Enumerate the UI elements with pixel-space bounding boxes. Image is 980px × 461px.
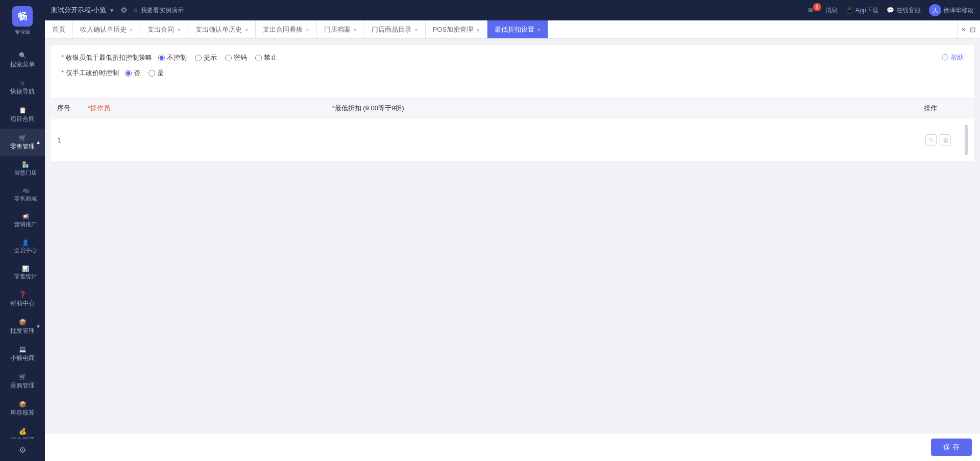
delete-icon[interactable]: 🗑 (940, 134, 951, 145)
tab-payment-contract-label: 支出合同 (148, 25, 174, 34)
sidebar-item-retail-mgmt[interactable]: 🛒 零售管理 ▲ (0, 129, 45, 156)
project-dropdown-icon: ▼ (109, 8, 114, 13)
col-discount-header: *最低折扣 (9.00等于9折) (326, 99, 918, 118)
tab-min-discount-label: 最低折扣设置 (495, 25, 534, 34)
sidebar: 畅 专业版 🔍 搜索菜单 ☆ 快捷导航 📋 项目合同 🛒 零售管理 ▲ 🏪 智慧… (0, 0, 45, 461)
demo-text: 我要看实例演示 (141, 6, 184, 15)
radio-manual-yes-input[interactable] (149, 70, 155, 77)
sidebar-item-search[interactable]: 🔍 搜索菜单 (0, 46, 45, 74)
sidebar-item-finance[interactable]: 💰 资金管理 (0, 422, 45, 439)
stats-icon: 📊 (22, 265, 29, 273)
app-download-label: App下载 (855, 6, 878, 15)
form-section: 收银员低于最低折扣控制策略 不控制 提示 密码 (51, 45, 974, 92)
retail-icon: 🛒 (19, 134, 27, 142)
sidebar-item-label: 营销推广 (14, 221, 37, 228)
tab-payment-history[interactable]: 支出确认单历史 × (188, 20, 256, 38)
demo-icon: ○ (133, 6, 137, 14)
help-link[interactable]: ⓘ 帮助 (942, 53, 964, 62)
tab-store-product-close[interactable]: × (414, 27, 418, 33)
radio-manual-yes-label: 是 (157, 68, 164, 78)
radio-password-input[interactable] (225, 55, 232, 61)
message-button[interactable]: ✉ 9 消息 (808, 6, 838, 15)
project-selector[interactable]: 测试分开示程-小览 ▼ (51, 6, 114, 15)
tab-payment-history-label: 支出确认单历史 (195, 25, 242, 34)
tab-income-history-label: 收入确认单历史 (80, 25, 127, 34)
radio-forbid-input[interactable] (255, 55, 262, 61)
sidebar-item-quick-nav[interactable]: ☆ 快捷导航 (0, 74, 45, 102)
user-name: 徐泽华修改 (943, 6, 974, 15)
sidebar-item-online-shop[interactable]: 🛍 零售商城 (0, 182, 45, 208)
sidebar-item-label: 采购管理 (10, 381, 35, 390)
radio-no-control[interactable]: 不控制 (158, 53, 187, 62)
edit-icon[interactable]: ✎ (925, 134, 937, 145)
radio-no-control-input[interactable] (158, 55, 165, 61)
tab-min-discount[interactable]: 最低折扣设置 × (487, 20, 548, 38)
cell-operator (82, 118, 326, 162)
help-label: 帮助 (950, 53, 964, 62)
tab-store-file[interactable]: 门店档案 × (317, 20, 364, 38)
sidebar-item-member-center[interactable]: 👤 会员中心 (0, 234, 45, 260)
radio-manual-no[interactable]: 否 (125, 68, 140, 78)
customer-service-button[interactable]: 💬 在线客服 (887, 6, 921, 15)
table-scrollbar[interactable] (965, 125, 968, 155)
radio-remind-input[interactable] (195, 55, 202, 61)
sidebar-item-retail-stats[interactable]: 📊 零售统计 (0, 260, 45, 286)
tab-pos-password-close[interactable]: × (476, 27, 479, 33)
tab-payment-contract-close[interactable]: × (177, 27, 180, 33)
radio-forbid[interactable]: 禁止 (255, 53, 277, 62)
cashier-policy-radio-group: 不控制 提示 密码 禁止 (158, 53, 277, 62)
tab-income-history-close[interactable]: × (130, 27, 133, 33)
sidebar-item-ecommerce[interactable]: 💻 小畅电商 (0, 340, 45, 368)
app-download-button[interactable]: 📱 App下载 (846, 6, 878, 15)
tab-payment-board[interactable]: 支出合同看板 × (256, 20, 316, 38)
sidebar-item-label: 项目合同 (10, 115, 35, 124)
maximize-tab-icon[interactable]: ⊡ (970, 26, 976, 34)
settings-icon[interactable]: ⚙ (19, 445, 26, 455)
sidebar-item-inventory[interactable]: 📦 库存核算 (0, 395, 45, 423)
footer: 保 存 (45, 433, 980, 461)
save-button[interactable]: 保 存 (931, 439, 972, 456)
sidebar-item-label: 批发管理 (10, 327, 35, 335)
radio-manual-no-input[interactable] (125, 70, 132, 77)
topbar-settings-icon[interactable]: ⚙ (120, 6, 127, 15)
radio-manual-yes[interactable]: 是 (149, 68, 164, 78)
message-label: 消息 (825, 6, 838, 15)
sidebar-item-help-center[interactable]: ❓ 帮助中心 (0, 285, 45, 313)
cell-discount (326, 118, 918, 162)
radio-password[interactable]: 密码 (225, 53, 247, 62)
tab-store-file-close[interactable]: × (354, 27, 357, 33)
sidebar-bottom: ⚙ (13, 439, 32, 461)
col-scrollbar-header (959, 99, 974, 118)
quick-nav-icon: ☆ (20, 79, 26, 88)
topbar-right: ✉ 9 消息 📱 App下载 💬 在线客服 人 徐泽华修改 (808, 4, 974, 16)
tab-store-product-label: 门店商品目录 (372, 25, 411, 34)
scrollbar-cell (959, 118, 974, 162)
tab-store-product[interactable]: 门店商品目录 × (364, 20, 425, 38)
sidebar-item-label: 会员中心 (14, 247, 37, 254)
user-menu[interactable]: 人 徐泽华修改 (929, 4, 974, 16)
tab-pos-password[interactable]: POS加密管理 × (426, 20, 487, 38)
topbar-left: 测试分开示程-小览 ▼ ⚙ ○ 我要看实例演示 (51, 6, 184, 15)
col-operator-header: *操作员 (82, 99, 326, 118)
sidebar-item-label: 零售统计 (14, 273, 37, 280)
close-tab-icon[interactable]: × (962, 26, 966, 34)
tab-store-file-label: 门店档案 (324, 25, 351, 34)
online-shop-icon: 🛍 (23, 187, 29, 195)
radio-remind[interactable]: 提示 (195, 53, 217, 62)
radio-no-control-label: 不控制 (167, 53, 187, 62)
sidebar-item-marketing[interactable]: 📢 营销推广 (0, 208, 45, 234)
demo-link[interactable]: ○ 我要看实例演示 (133, 6, 183, 15)
sidebar-item-label: 零售管理 (10, 142, 35, 151)
tab-payment-board-close[interactable]: × (306, 27, 309, 33)
sidebar-item-purchase[interactable]: 🛒 采购管理 (0, 368, 45, 395)
tab-payment-contract[interactable]: 支出合同 × (140, 20, 188, 38)
sidebar-item-project-contract[interactable]: 📋 项目合同 (0, 101, 45, 129)
tab-min-discount-close[interactable]: × (537, 27, 541, 33)
inventory-icon: 📦 (19, 400, 27, 409)
tab-income-history[interactable]: 收入确认单历史 × (73, 20, 140, 38)
tab-payment-history-close[interactable]: × (245, 27, 248, 33)
sidebar-item-smart-store[interactable]: 🏪 智慧门店 (0, 156, 45, 182)
tab-home[interactable]: 首页 (45, 20, 73, 38)
cell-seq: 1 (51, 118, 82, 162)
sidebar-item-wholesale[interactable]: 📦 批发管理 ▼ (0, 313, 45, 341)
